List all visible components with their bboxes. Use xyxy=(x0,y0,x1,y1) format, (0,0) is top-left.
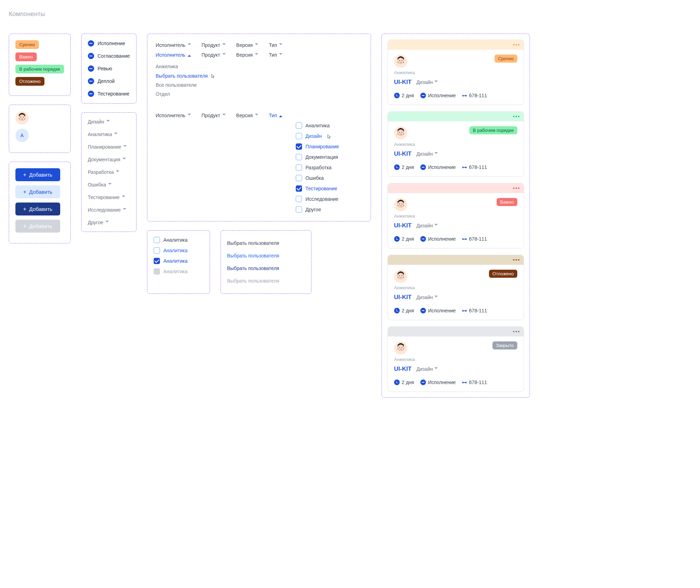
filter-version[interactable]: Версия xyxy=(236,42,258,48)
category-item[interactable]: Ошибка xyxy=(88,182,130,187)
link-default[interactable]: Выбрать пользователя xyxy=(227,237,305,249)
type-option[interactable]: Документация xyxy=(296,154,362,160)
type-option[interactable]: Ошибка xyxy=(296,175,362,181)
card-badge: Закрыто xyxy=(492,341,517,349)
clock-icon xyxy=(394,380,400,385)
category-item[interactable]: Дизайн xyxy=(88,119,130,125)
type-option[interactable]: Разработка xyxy=(296,164,362,171)
card-badge: В рабочем порядке xyxy=(469,126,517,134)
card-design-select[interactable]: Дизайн xyxy=(416,223,438,228)
status-item[interactable]: Тестирование xyxy=(88,91,130,97)
task-card-normal[interactable]: Анжелика В рабочем порядке UI-KIT Дизайн… xyxy=(387,111,524,177)
type-option[interactable]: Аналитика xyxy=(296,122,362,129)
checkbox-default[interactable]: Аналитика xyxy=(154,237,203,243)
avatars-frame: А xyxy=(9,105,71,153)
more-icon[interactable] xyxy=(513,331,519,332)
chevron-down-icon xyxy=(279,43,282,47)
more-icon[interactable] xyxy=(513,187,519,189)
card-status: Исполнение xyxy=(420,308,456,313)
svg-point-19 xyxy=(401,275,402,276)
filter-product[interactable]: Продукт xyxy=(202,52,226,58)
filter-version[interactable]: Версия xyxy=(236,113,258,118)
add-button-dark[interactable]: +Добавить xyxy=(15,203,60,215)
card-design-select[interactable]: Дизайн xyxy=(416,151,438,157)
dropdown-item-dept[interactable]: Отдел xyxy=(156,90,362,99)
avatar-photo xyxy=(394,198,407,211)
buttons-frame: +Добавить +Добавить +Добавить +Добавить xyxy=(9,162,71,243)
type-option[interactable]: Тестирование xyxy=(296,185,362,192)
status-item[interactable]: Деплой xyxy=(88,78,130,84)
svg-point-22 xyxy=(399,347,400,348)
filter-type[interactable]: Тип xyxy=(269,42,282,48)
checkbox-unchecked-icon xyxy=(296,206,302,213)
status-item[interactable]: Исполнение xyxy=(88,40,130,47)
status-dot-icon xyxy=(88,40,94,47)
card-design-select[interactable]: Дизайн xyxy=(416,79,438,85)
card-key: ⊶678-111 xyxy=(462,236,487,242)
key-icon: ⊶ xyxy=(462,93,467,98)
filter-assignee[interactable]: Исполнитель xyxy=(156,42,191,48)
more-icon[interactable] xyxy=(513,44,519,45)
svg-point-7 xyxy=(401,60,402,61)
chevron-down-icon xyxy=(434,152,438,156)
category-item[interactable]: Аналитика xyxy=(88,132,130,137)
status-item[interactable]: Ревью xyxy=(88,65,130,72)
more-icon[interactable] xyxy=(513,259,519,261)
checkbox-disabled-icon xyxy=(154,268,160,275)
category-item[interactable]: Тестирование xyxy=(88,194,130,200)
card-design-select[interactable]: Дизайн xyxy=(416,295,438,300)
chevron-up-icon xyxy=(279,114,282,117)
checkbox-hover[interactable]: Аналитика xyxy=(154,247,203,254)
dropdown-item-selected[interactable]: Анжелика xyxy=(156,62,362,71)
category-item[interactable]: Другое xyxy=(88,220,130,225)
status-dot-icon xyxy=(420,236,426,242)
type-option[interactable]: Другое xyxy=(296,206,362,213)
svg-point-14 xyxy=(399,204,400,204)
category-item[interactable]: Разработка xyxy=(88,169,130,175)
dropdown-item-all[interactable]: Все пользователи xyxy=(156,80,362,90)
add-button-secondary[interactable]: +Добавить xyxy=(15,185,60,198)
filter-assignee-open[interactable]: Исполнитель xyxy=(156,52,191,58)
checkbox-unchecked-icon xyxy=(296,164,302,171)
checkbox-checked-icon xyxy=(296,185,302,192)
card-title: UI-KIT xyxy=(394,222,412,229)
dropdown-item-choose[interactable]: Выбрать пользователя xyxy=(156,71,362,80)
status-item[interactable]: Согласование xyxy=(88,53,130,59)
task-card-important[interactable]: Анжелика Важно UI-KIT Дизайн 2 дня Испол… xyxy=(387,183,524,248)
type-option[interactable]: Исследование xyxy=(296,196,362,202)
cursor-icon xyxy=(327,134,332,140)
filter-assignee[interactable]: Исполнитель xyxy=(156,113,191,118)
card-design-select[interactable]: Дизайн xyxy=(416,366,438,372)
filter-type-open[interactable]: Тип xyxy=(269,113,282,118)
task-card-closed[interactable]: Анжелика Закрыто UI-KIT Дизайн 2 дня Исп… xyxy=(387,326,524,392)
link-active[interactable]: Выбрать пользователя xyxy=(227,262,305,275)
avatar-photo xyxy=(394,270,407,283)
card-days: 2 дня xyxy=(394,380,414,385)
task-card-postponed[interactable]: Анжелика Отложено UI-KIT Дизайн 2 дня Ис… xyxy=(387,255,524,320)
category-item[interactable]: Исследование xyxy=(88,207,130,213)
link-hover[interactable]: Выбрать пользователя xyxy=(227,249,305,262)
task-card-urgent[interactable]: Анжелика Срочно UI-KIT Дизайн 2 дня Испо… xyxy=(387,40,524,105)
badge-important: Важно xyxy=(15,52,37,61)
filter-type[interactable]: Тип xyxy=(269,52,282,58)
checkbox-unchecked-icon xyxy=(296,122,302,129)
filter-product[interactable]: Продукт xyxy=(202,113,226,118)
filter-version[interactable]: Версия xyxy=(236,52,258,58)
chevron-down-icon xyxy=(222,53,226,57)
plus-icon: + xyxy=(23,189,26,195)
more-icon[interactable] xyxy=(513,116,519,117)
checkbox-unchecked-icon xyxy=(154,247,160,254)
chevron-down-icon xyxy=(434,224,438,227)
chevron-down-icon xyxy=(279,53,282,57)
category-item[interactable]: Документация xyxy=(88,157,130,162)
card-title: UI-KIT xyxy=(394,150,412,157)
checkbox-checked[interactable]: Аналитика xyxy=(154,258,203,264)
type-option[interactable]: Планирование xyxy=(296,143,362,150)
category-item[interactable]: Планирование xyxy=(88,144,130,150)
chevron-down-icon xyxy=(255,114,258,117)
add-button-primary[interactable]: +Добавить xyxy=(15,168,60,181)
type-option[interactable]: Дизайн xyxy=(296,133,362,139)
filter-product[interactable]: Продукт xyxy=(202,42,226,48)
badge-normal: В рабочем порядке xyxy=(15,65,64,73)
badge-postponed: Отложено xyxy=(15,77,44,86)
